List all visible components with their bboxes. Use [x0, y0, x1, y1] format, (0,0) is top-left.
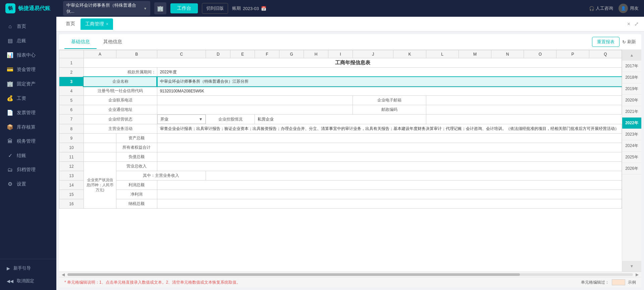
row7-status[interactable]: 开业▼ — [157, 115, 206, 124]
reset-button[interactable]: 重置报表 — [592, 37, 620, 47]
sidebar-item-invoice[interactable]: 📄 发票管理 — [0, 105, 56, 120]
service-button[interactable]: 🎧 人工咨询 — [589, 5, 613, 11]
row10-value[interactable] — [157, 143, 622, 152]
payroll-icon: 💰 — [7, 95, 13, 101]
sub-tab-basic-label: 基础信息 — [71, 39, 90, 44]
company-selector[interactable]: 中审众环会计师事务所（特殊普通合伙... ▼ — [63, 1, 150, 16]
year-item-2020[interactable]: 2020年 — [622, 95, 641, 106]
user-menu[interactable]: 👤 用友 — [619, 4, 639, 13]
sidebar-item-newbie[interactable]: ▶ 新手引导 — [0, 262, 56, 275]
row-num: 14 — [59, 180, 84, 190]
row13-b: 其中：主营业务收入 — [116, 171, 206, 180]
table-row: 5 企业联系电话 企业电子邮箱 — [59, 96, 622, 105]
spreadsheet-title[interactable]: 工商年报信息表 — [84, 58, 622, 68]
scroll-track[interactable] — [67, 273, 633, 276]
scroll-thumb[interactable] — [67, 273, 520, 276]
row-num: 4 — [59, 86, 84, 96]
top-header: 畅 畅捷通易代账 中审众环会计师事务所（特殊普通合伙... ▼ 🏢 工作台 切到… — [0, 0, 644, 17]
row12-value[interactable] — [157, 162, 622, 171]
sub-tab-other-label: 其他信息 — [103, 39, 122, 44]
row5-phone[interactable] — [157, 96, 353, 105]
sidebar-item-home[interactable]: ⌂ 首页 — [0, 19, 56, 33]
table-row: 16 纳税总额 — [59, 199, 622, 209]
row7-label: 企业经营状态 — [84, 115, 157, 124]
spreadsheet-wrapper[interactable]: A B C D E F G H I J K L — [59, 50, 622, 272]
row5-email[interactable] — [426, 96, 622, 105]
year-item-2025[interactable]: 2025年 — [622, 152, 641, 163]
funds-icon: 💳 — [7, 66, 13, 73]
row3-label: 企业名称 — [84, 77, 157, 86]
toolbar-row: 重置报表 ↻ 刷新 — [587, 34, 641, 50]
year-item-2026[interactable]: 2026年 — [622, 163, 641, 174]
row5-label: 企业联系电话 — [84, 96, 157, 105]
sidebar-label-archive: 归档管理 — [17, 167, 36, 173]
old-version-button[interactable]: 切到旧版 — [202, 3, 228, 14]
sidebar-item-assets[interactable]: 🏢 固定资产 — [0, 77, 56, 91]
row4-value[interactable]: 91320100MA208E5W6K — [157, 86, 622, 96]
row16-value[interactable] — [157, 199, 622, 209]
table-row: 9 资产总额 — [59, 134, 622, 143]
year-item-2019[interactable]: 2019年 — [622, 83, 641, 95]
sidebar-item-unpin[interactable]: ◀◀ 取消固定 — [0, 275, 56, 287]
row2-label: 税款所属期间： — [84, 68, 157, 77]
year-item-2024[interactable]: 2024年 — [622, 140, 641, 152]
row6-zip[interactable] — [426, 105, 622, 115]
row3-value[interactable]: 中审众环会计师事务所（特殊普通合伙）江苏分所 — [157, 77, 622, 86]
sidebar-item-tax[interactable]: 🏛 税务管理 — [0, 134, 56, 148]
sidebar-item-ledger[interactable]: ▤ 总账 — [0, 33, 56, 48]
sidebar-item-payroll[interactable]: 💰 工资 — [0, 91, 56, 105]
year-item-2018[interactable]: 2018年 — [622, 72, 641, 83]
row8-value[interactable]: 审查企业会计报表；出具审计报告；验证企业资本；出具验资报告；办理企业合并、分立、… — [157, 124, 622, 134]
scroll-left-arrow[interactable]: ◀ — [60, 272, 66, 277]
refresh-icon: ↻ — [622, 40, 626, 45]
workbench-button[interactable]: 工作台 — [170, 3, 198, 13]
year-item-2023[interactable]: 2023年 — [622, 129, 641, 140]
scroll-right-arrow[interactable]: ▶ — [634, 272, 640, 277]
row13-value[interactable] — [206, 171, 622, 180]
year-down-button[interactable]: ▼ — [622, 261, 641, 272]
sidebar-item-inventory[interactable]: 📦 库存核算 — [0, 120, 56, 134]
refresh-button[interactable]: ↻ 刷新 — [622, 39, 636, 45]
sidebar-label-home: 首页 — [17, 23, 26, 29]
sub-tab-basic[interactable]: 基础信息 — [64, 35, 97, 49]
horizontal-scrollbar[interactable]: ◀ ▶ — [59, 272, 641, 277]
sidebar-item-report[interactable]: 📊 报表中心 — [0, 48, 56, 62]
sidebar-nav: ⌂ 首页 ▤ 总账 📊 报表中心 💳 资金管理 🏢 固定资产 💰 工资 — [0, 17, 56, 259]
sidebar-item-settings[interactable]: ⚙ 设置 — [0, 177, 56, 191]
row6-addr[interactable] — [157, 105, 353, 115]
bottom-bar: * 单元格编辑说明：1、点击单元格直接录入数值或文本。2、清空单元格数值或文本恢… — [59, 277, 641, 287]
col-header-row: A B C D E F G H I J K L — [59, 50, 622, 58]
period-value: 2023-03 — [243, 6, 259, 11]
tab-close-icon[interactable]: × — [627, 21, 630, 27]
row9-value[interactable] — [157, 134, 622, 143]
row15-value[interactable] — [157, 190, 622, 199]
row-num: 12 — [59, 162, 84, 171]
sidebar-item-closing[interactable]: ✓ 结账 — [0, 148, 56, 163]
row7-control[interactable]: 私营企业 — [255, 115, 426, 124]
row2-value[interactable]: 2022年度 — [157, 68, 622, 77]
calendar-icon[interactable]: 📅 — [261, 6, 266, 11]
tab-close-button[interactable]: × — [106, 22, 108, 26]
avatar: 👤 — [619, 4, 628, 13]
tab-bar: 首页 工商管理 × × ⤢ — [56, 17, 644, 31]
year-item-2017[interactable]: 2017年 — [622, 61, 641, 72]
row14-value[interactable] — [157, 180, 622, 190]
company-icon-btn[interactable]: 🏢 — [154, 2, 166, 14]
row10-a — [84, 143, 116, 152]
tab-active-gongshang[interactable]: 工商管理 × — [80, 18, 113, 30]
row-num: 11 — [59, 152, 84, 162]
sidebar-item-archive[interactable]: 🗂 归档管理 — [0, 163, 56, 177]
tab-expand-icon[interactable]: ⤢ — [634, 21, 639, 27]
year-up-button[interactable]: ▲ — [622, 50, 641, 61]
year-item-2022[interactable]: 2022年 — [622, 118, 641, 129]
service-label: 人工咨询 — [596, 5, 613, 11]
company-dropdown-arrow: ▼ — [144, 7, 147, 10]
tab-home[interactable]: 首页 — [62, 18, 79, 30]
sidebar-item-funds[interactable]: 💳 资金管理 — [0, 62, 56, 77]
row-num: 5 — [59, 96, 84, 105]
row11-value[interactable] — [157, 152, 622, 162]
row-num: 6 — [59, 105, 84, 115]
year-item-2021[interactable]: 2021年 — [622, 106, 641, 118]
sub-tab-other[interactable]: 其他信息 — [97, 35, 129, 49]
sidebar-label-funds: 资金管理 — [17, 67, 36, 73]
